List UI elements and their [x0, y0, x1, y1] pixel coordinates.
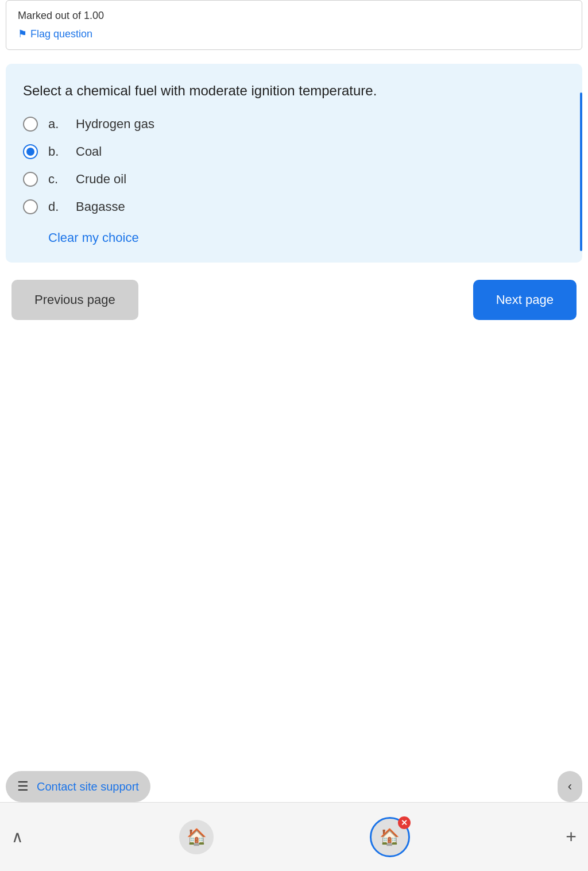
question-text: Select a chemical fuel with moderate ign…: [23, 81, 565, 101]
option-text-a: Hydrogen gas: [76, 117, 154, 132]
option-c[interactable]: c. Crude oil: [23, 172, 565, 187]
option-a[interactable]: a. Hydrogen gas: [23, 117, 565, 132]
option-text-d: Bagasse: [76, 199, 125, 214]
close-badge[interactable]: ✕: [398, 816, 411, 829]
radio-c[interactable]: [23, 172, 38, 187]
option-label-b: b.: [48, 144, 65, 159]
option-text-b: Coal: [76, 144, 102, 159]
app-icon-inactive[interactable]: 🏠: [179, 820, 214, 854]
radio-b[interactable]: [23, 144, 38, 159]
flag-icon: ⚑: [18, 28, 27, 40]
prev-page-button[interactable]: Previous page: [11, 280, 138, 320]
add-tab-button[interactable]: +: [566, 826, 577, 847]
bottom-left-panel[interactable]: ☰ Contact site support: [6, 771, 150, 802]
accent-border: [580, 93, 582, 251]
chevron-left-icon: ‹: [568, 779, 572, 793]
collapse-panel-button[interactable]: ‹: [558, 771, 582, 802]
radio-a[interactable]: [23, 117, 38, 132]
option-text-c: Crude oil: [76, 172, 126, 187]
option-b[interactable]: b. Coal: [23, 144, 565, 159]
contact-support-link[interactable]: Contact site support: [37, 780, 139, 793]
radio-d[interactable]: [23, 199, 38, 214]
app-icon-active-glyph: 🏠: [380, 827, 400, 846]
flag-question-button[interactable]: ⚑ Flag question: [18, 28, 570, 40]
chevron-up-icon[interactable]: ∧: [11, 827, 24, 846]
radio-b-inner: [26, 148, 34, 156]
question-card: Select a chemical fuel with moderate ign…: [6, 64, 582, 263]
option-label-d: d.: [48, 199, 65, 214]
info-bar: Marked out of 1.00 ⚑ Flag question: [6, 0, 582, 50]
option-label-a: a.: [48, 117, 65, 132]
taskbar: ∧ 🏠 🏠 ✕ +: [0, 802, 588, 871]
option-label-c: c.: [48, 172, 65, 187]
app-icon-glyph: 🏠: [187, 827, 207, 846]
app-icon-active[interactable]: 🏠 ✕: [370, 817, 410, 857]
nav-buttons: Previous page Next page: [6, 280, 582, 320]
option-d[interactable]: d. Bagasse: [23, 199, 565, 214]
options-list: a. Hydrogen gas b. Coal c. Crude oil d. …: [23, 117, 565, 214]
close-icon: ✕: [401, 818, 408, 827]
next-page-button[interactable]: Next page: [473, 280, 577, 320]
bottom-bar: ☰ Contact site support ‹: [0, 771, 588, 802]
flag-question-label: Flag question: [30, 28, 92, 40]
clear-choice-button[interactable]: Clear my choice: [48, 230, 139, 245]
hamburger-icon: ☰: [17, 779, 29, 794]
marked-out-text: Marked out of 1.00: [18, 10, 570, 22]
